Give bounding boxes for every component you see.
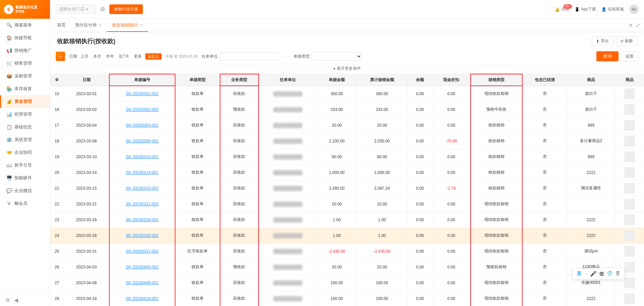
cell-date: 2023-04-08	[64, 275, 109, 291]
solution-button[interactable]: 体验行业方案	[109, 4, 143, 14]
doc-no-link[interactable]: SK-20230310-001	[126, 155, 158, 159]
cell-product: 2222	[567, 212, 615, 228]
cell-product: 2222	[567, 165, 615, 180]
doc-no-link[interactable]: SK-20230314-001	[126, 170, 158, 175]
purchase-icon: 📦	[6, 73, 12, 79]
sidebar-item-inventory[interactable]: 🏪 库存核算	[0, 82, 50, 95]
sidebar-item-operation[interactable]: 📊 经营管理	[0, 108, 50, 121]
date-opt-7days[interactable]: 近7天	[117, 53, 130, 60]
user-avatar[interactable]: Rit	[629, 5, 639, 14]
doc-no-link[interactable]: SK-20230331-002	[126, 249, 158, 254]
cell-amount: 333.00	[317, 102, 357, 117]
doc-no-link[interactable]: SK-20230328-001	[126, 218, 158, 222]
doc-no-link[interactable]: SK-20230308-001	[126, 139, 158, 143]
date-opt-this-year[interactable]: 本年	[105, 53, 115, 60]
date-opt-more[interactable]: 更多	[132, 53, 143, 60]
doc-type-select[interactable]	[312, 52, 362, 61]
cell-cash-discount: 0.00	[432, 259, 471, 275]
sidebar-item-purchase[interactable]: 📦 采购管理	[0, 70, 50, 82]
sidebar-item-marketing[interactable]: 📢 营销推广	[0, 44, 50, 57]
enterprise-dropdown[interactable]: 选择企业/门店 ▾	[56, 5, 96, 14]
doc-no-link[interactable]: SK-20230408-001	[126, 281, 158, 285]
cell-include-settled: 否	[522, 117, 567, 133]
cell-doc-type: 收款单	[175, 196, 220, 212]
doc-no-link[interactable]: SK-20230301-002	[126, 91, 158, 96]
filter-setting-button[interactable]: 设置	[621, 51, 639, 61]
cell-cancel-type: 现结收款核销	[471, 291, 522, 306]
expand-more-bar: ▾ 展开更多条件	[50, 64, 644, 74]
collapse-icon[interactable]: ◀	[14, 297, 18, 303]
doc-no-link[interactable]: SK-20230418-001	[126, 296, 158, 301]
tab-prepay[interactable]: 预付应付单 ×	[70, 19, 107, 32]
cell-cash-discount: 0.00	[432, 212, 471, 228]
online-service-link[interactable]: 👤 在线客服	[601, 6, 624, 12]
user-name: Rit	[632, 7, 636, 11]
sidebar-item-system[interactable]: ⚙️ 系统管理	[0, 133, 50, 146]
cell-date: 2023-03-10	[64, 149, 109, 165]
tab-home[interactable]: 首页	[53, 19, 70, 32]
cell-product: 999	[567, 149, 615, 165]
apps-icon[interactable]: ⠿	[616, 270, 620, 277]
query-button[interactable]: 查询	[596, 51, 619, 61]
tab-prepay-close[interactable]: ×	[99, 23, 101, 27]
refresh-button[interactable]: ↺ 刷新	[616, 36, 637, 46]
sidebar-item-finance[interactable]: 💰 资金管理	[0, 95, 50, 108]
expand-more-button[interactable]: ▾ 展开更多条件	[333, 66, 361, 71]
sidebar-item-label: 销售管理	[14, 60, 32, 66]
doc-no-link[interactable]: SK-20230403-002	[126, 265, 158, 269]
sidebar-item-sales[interactable]: 🛒 销售管理	[0, 57, 50, 70]
tab-collection-close[interactable]: ×	[140, 23, 143, 27]
tab-collection[interactable]: 收款核销执行 ×	[107, 19, 148, 32]
export-button[interactable]: ⬆ 导出	[592, 36, 613, 46]
cell-doc-no: SK-20230328-001	[109, 212, 175, 228]
sidebar-item-guide[interactable]: 📖 新手引导	[0, 159, 50, 172]
cell-total-cancel: 20.00	[357, 259, 408, 275]
shirt-icon[interactable]: 👕	[606, 270, 613, 277]
sidebar-item-wechat[interactable]: 💬 企业微信	[0, 184, 50, 197]
settings-icon[interactable]: ⚙	[100, 6, 105, 13]
cell-total-cancel: 2,030.00	[357, 133, 408, 149]
doc-no-link[interactable]: SK-20230328-002	[126, 233, 158, 238]
tab-close-btn[interactable]: ✕	[629, 22, 633, 28]
cell-product: 999	[567, 117, 615, 133]
cell-biz-type: 应收款	[220, 212, 259, 228]
date-custom-btn[interactable]: 自定义	[145, 53, 162, 60]
sidebar-item-member[interactable]: V 畅会员	[0, 197, 50, 210]
page-actions: ⬆ 导出 ↺ 刷新	[592, 36, 637, 46]
sidebar-item-label: 新手引导	[14, 162, 32, 168]
doc-type-group: 单据类型	[293, 52, 362, 61]
cell-amount: 360.00	[317, 86, 357, 102]
counterpart-input[interactable]	[220, 52, 280, 60]
export-icon: ⬆	[596, 39, 599, 44]
date-opt-last-month[interactable]: 上月	[79, 53, 90, 60]
col-settings-icon[interactable]: ⚙	[55, 77, 59, 82]
cell-amount: 100.00	[317, 291, 357, 306]
cell-total-cancel: 100.00	[357, 291, 408, 306]
doc-no-link[interactable]: SK-20230302-002	[126, 107, 158, 112]
sidebar-item-search[interactable]: 🔍 搜索菜单	[0, 19, 50, 32]
date-opt-this-month[interactable]: 本月	[92, 53, 103, 60]
cell-biz-type: 应收款	[220, 196, 259, 212]
doc-no-link[interactable]: SK-20230315-002	[126, 186, 158, 191]
filter-expand-button[interactable]: »	[56, 52, 65, 61]
sidebar-item-hardware[interactable]: 🖥️ 智能硬件	[0, 172, 50, 184]
product-thumbnail	[624, 230, 635, 241]
cell-cancel-type: 预收中应收	[471, 102, 522, 117]
col-settings-header[interactable]: ⚙	[50, 74, 64, 86]
wechat-icon: 💬	[6, 188, 12, 193]
cell-date: 2023-03-14	[64, 165, 109, 180]
sidebar-item-quick-nav[interactable]: 🏠 快捷导航	[0, 32, 50, 44]
settings-bottom-icon[interactable]: ⚙	[5, 297, 10, 303]
doc-no-link[interactable]: SK-20230304-001	[126, 123, 158, 128]
cell-counterpart: ██████████	[259, 275, 317, 291]
notifications-button[interactable]: 🔔 消息 99+	[555, 6, 569, 12]
mic-icon[interactable]: 🎤	[590, 270, 597, 277]
cell-doc-type: 收款单	[175, 86, 220, 102]
grid-icon[interactable]: ⊞	[599, 270, 604, 277]
doc-no-link[interactable]: SK-20230321-003	[126, 202, 158, 206]
app-download-link[interactable]: 📱 App下载	[575, 6, 596, 12]
sidebar-item-basic[interactable]: 📋 基础信息	[0, 121, 50, 133]
sidebar-item-corp[interactable]: 🤝 企业协同	[0, 146, 50, 159]
chevron-down-icon: ▾	[333, 66, 335, 71]
tab-expand-btn[interactable]: ⤢	[636, 22, 640, 28]
